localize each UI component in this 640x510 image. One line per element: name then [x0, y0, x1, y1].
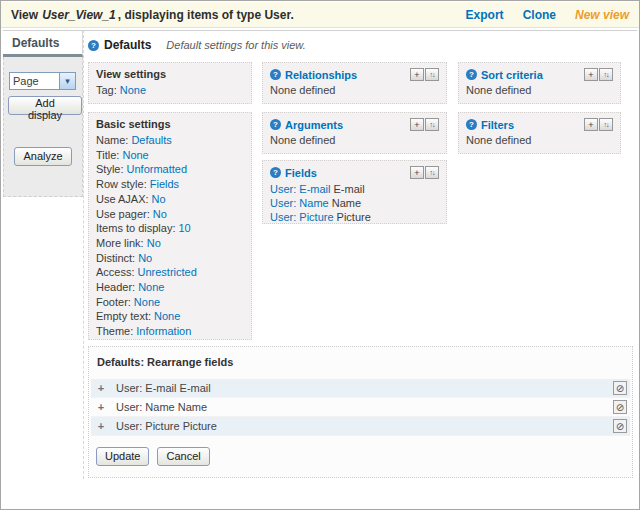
clone-link[interactable]: Clone	[523, 8, 556, 22]
setting-row: Distinct:No	[96, 251, 244, 266]
relationships-header: ? Relationships + ↑↓	[270, 68, 439, 81]
use-pager-value-link[interactable]: No	[153, 208, 167, 220]
field-name-label: Name	[332, 197, 361, 209]
help-icon[interactable]: ?	[270, 69, 281, 80]
view-settings-title: View settings	[96, 68, 244, 80]
add-icon[interactable]: +	[410, 166, 424, 179]
distinct-value-link[interactable]: No	[138, 252, 152, 264]
setting-label: Style:	[96, 163, 124, 175]
view-status-prefix: View	[11, 8, 38, 22]
filters-empty-text: None defined	[466, 134, 613, 146]
setting-label: More link:	[96, 237, 144, 249]
help-icon[interactable]: ?	[270, 167, 281, 178]
remove-icon[interactable]: ⊘	[613, 381, 627, 395]
view-action-links: Export Clone New view	[466, 8, 629, 22]
setting-row: Use AJAX:No	[96, 192, 244, 207]
setting-row: Header:None	[96, 280, 244, 295]
sort-criteria-header: ? Sort criteria + ↑↓	[466, 68, 613, 81]
arguments-actions: + ↑↓	[410, 118, 439, 131]
container-top-border	[3, 30, 637, 31]
field-picture-link[interactable]: User: Picture	[270, 211, 334, 223]
row-style-value-link[interactable]: Fields	[150, 178, 179, 190]
add-display-button[interactable]: Add display	[8, 96, 82, 115]
setting-label: Use AJAX:	[96, 193, 149, 205]
fields-box: ? Fields + ↑↓ User: E-mailE-mail User: N…	[262, 160, 447, 224]
field-email-link[interactable]: User: E-mail	[270, 183, 331, 195]
header-value-link[interactable]: None	[138, 281, 164, 293]
help-icon[interactable]: ?	[466, 119, 477, 130]
field-item: User: NameName	[270, 196, 439, 210]
drag-handle-icon[interactable]: +	[91, 420, 111, 432]
view-status-bar: ViewUser_View_1, displaying items of typ…	[1, 2, 639, 28]
tag-value-link[interactable]: None	[120, 84, 146, 96]
display-description: Default settings for this view.	[166, 39, 305, 51]
theme-value-link[interactable]: Information	[136, 325, 191, 337]
update-button[interactable]: Update	[96, 447, 149, 466]
sort-criteria-empty-text: None defined	[466, 84, 613, 96]
setting-row: Row style:Fields	[96, 177, 244, 192]
setting-row: Empty text:None	[96, 309, 244, 324]
help-icon[interactable]: ?	[466, 69, 477, 80]
export-link[interactable]: Export	[466, 8, 504, 22]
rearrange-icon[interactable]: ↑↓	[425, 118, 439, 131]
setting-row: Items to display:10	[96, 221, 244, 236]
basic-settings-box: Basic settings Name:Defaults Title:None …	[88, 112, 252, 340]
rearrange-icon[interactable]: ↑↓	[599, 118, 613, 131]
help-icon[interactable]: ?	[270, 119, 281, 130]
setting-label: Name:	[96, 134, 128, 146]
add-icon[interactable]: +	[584, 118, 598, 131]
field-email-label: E-mail	[334, 183, 365, 195]
use-ajax-value-link[interactable]: No	[152, 193, 166, 205]
add-icon[interactable]: +	[410, 118, 424, 131]
form-actions: Update Cancel	[96, 447, 630, 466]
remove-icon[interactable]: ⊘	[613, 419, 627, 433]
tab-defaults[interactable]: Defaults	[3, 30, 83, 57]
drag-handle-icon[interactable]: +	[91, 401, 111, 413]
rearrange-icon[interactable]: ↑↓	[425, 68, 439, 81]
filters-title-link[interactable]: Filters	[481, 119, 584, 131]
name-value-link[interactable]: Defaults	[131, 134, 171, 146]
field-name-link[interactable]: User: Name	[270, 197, 329, 209]
remove-icon[interactable]: ⊘	[613, 400, 627, 414]
arguments-empty-text: None defined	[270, 134, 439, 146]
view-status-text: ViewUser_View_1, displaying items of typ…	[11, 8, 294, 22]
setting-row: Access:Unrestricted	[96, 265, 244, 280]
footer-value-link[interactable]: None	[134, 296, 160, 308]
filters-actions: + ↑↓	[584, 118, 613, 131]
empty-text-value-link[interactable]: None	[154, 310, 180, 322]
basic-settings-title: Basic settings	[96, 118, 244, 130]
rearrange-icon[interactable]: ↑↓	[425, 166, 439, 179]
new-view-link[interactable]: New view	[575, 8, 629, 22]
help-icon[interactable]: ?	[88, 40, 99, 51]
relationships-box: ? Relationships + ↑↓ None defined	[262, 62, 447, 104]
style-value-link[interactable]: Unformatted	[127, 163, 188, 175]
more-link-value-link[interactable]: No	[147, 237, 161, 249]
title-value-link[interactable]: None	[122, 149, 148, 161]
add-icon[interactable]: +	[584, 68, 598, 81]
access-value-link[interactable]: Unrestricted	[138, 266, 197, 278]
relationships-actions: + ↑↓	[410, 68, 439, 81]
filters-box: ? Filters + ↑↓ None defined	[458, 112, 621, 154]
arguments-title-link[interactable]: Arguments	[285, 119, 410, 131]
add-icon[interactable]: +	[410, 68, 424, 81]
rearrange-row: + User: E-mail E-mail ⊘	[91, 379, 630, 398]
setting-label: Access:	[96, 266, 135, 278]
cancel-button[interactable]: Cancel	[157, 447, 209, 466]
setting-row: Use pager:No	[96, 207, 244, 222]
setting-label: Tag:	[96, 84, 117, 96]
rearrange-icon[interactable]: ↑↓	[599, 68, 613, 81]
rearrange-row-label: User: E-mail E-mail	[111, 382, 613, 394]
drag-handle-icon[interactable]: +	[91, 382, 111, 394]
views-ui-page: { "top_bar": { "prefix": "View", "view_n…	[0, 0, 640, 510]
display-type-select[interactable]: Page ▾	[9, 72, 76, 90]
analyze-button[interactable]: Analyze	[14, 147, 71, 166]
display-header: ? Defaults Default settings for this vie…	[88, 38, 306, 52]
relationships-title-link[interactable]: Relationships	[285, 69, 410, 81]
fields-title-link[interactable]: Fields	[285, 167, 410, 179]
display-title: Defaults	[104, 38, 151, 52]
display-type-selected-value: Page	[10, 75, 59, 87]
items-to-display-value-link[interactable]: 10	[178, 222, 190, 234]
sort-criteria-actions: + ↑↓	[584, 68, 613, 81]
setting-row: More link:No	[96, 236, 244, 251]
sort-criteria-title-link[interactable]: Sort criteria	[481, 69, 584, 81]
